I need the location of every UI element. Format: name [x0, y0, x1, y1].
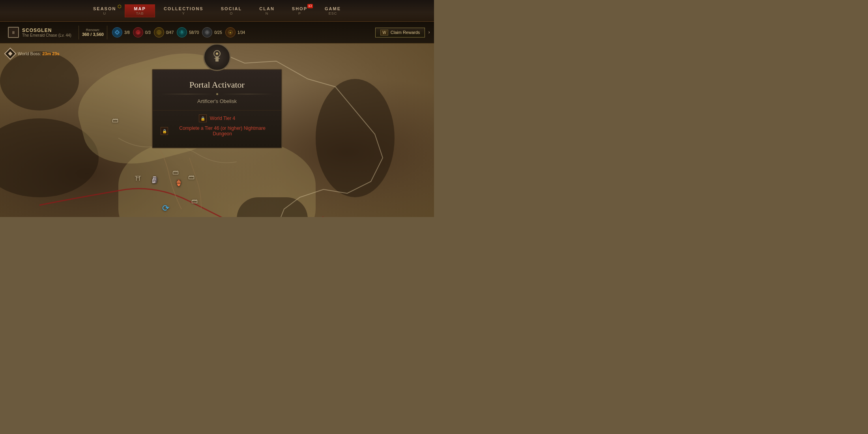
divider-dot [216, 93, 218, 95]
req-lock-icon-1: 🔒 [199, 114, 207, 122]
terrain-patch [237, 197, 308, 217]
events-value: 1/34 [238, 30, 245, 35]
top-navigation: SEASON U ⬡ MAP TAB COLLECTIONS Y SOCIAL … [0, 0, 434, 22]
terrain-patch [316, 79, 395, 197]
map-icon-shrine[interactable]: ⛩ [132, 173, 144, 185]
svg-point-11 [207, 32, 208, 33]
claim-key-label: W [380, 30, 388, 36]
popup-divider [161, 93, 273, 95]
quests-value: 0/47 [166, 30, 174, 35]
stat-cellars: 58/70 [177, 27, 199, 37]
req-text-2: Complete a Tier 46 (or higher) Nightmare… [171, 125, 273, 137]
svg-text:☠: ☠ [137, 31, 139, 35]
popup-icon [203, 43, 231, 71]
world-boss-timer: World Boss: 23m 23s [6, 49, 60, 58]
stat-dungeons: ☠ 0/3 [133, 27, 151, 37]
renown-label: Renown: [86, 28, 100, 32]
nav-divider-2 [107, 26, 107, 39]
bosses-icon [202, 27, 212, 37]
location-subtitle: The Emerald Chase (Lv. 44) [22, 33, 71, 37]
popup-icon-symbol [210, 49, 224, 66]
world-boss-text: World Boss: 23m 23s [18, 51, 60, 56]
divider-line-left [161, 94, 213, 94]
dungeons-value: 0/3 [145, 30, 151, 35]
req-text-1: World Tier 4 [210, 116, 235, 121]
svg-text:!: ! [158, 31, 159, 35]
nav-item-social[interactable]: SOCIAL O [212, 5, 251, 17]
map-icon-heart[interactable]: 🏺 [173, 177, 185, 189]
renown-value: 360 / 3,560 [82, 32, 104, 37]
popup-separator [153, 110, 281, 110]
req-lock-icon-2: 🔒 [161, 127, 168, 135]
popup-header [152, 43, 282, 71]
popup-title: Portal Activator [161, 80, 273, 90]
popup-subtitle: Artificer's Obelisk [161, 98, 273, 104]
shop-icon: 🏷 [307, 4, 313, 8]
svg-rect-15 [215, 57, 219, 62]
waypoints-value: 3/8 [124, 30, 130, 35]
svg-point-18 [216, 52, 218, 55]
bosses-value: 0/25 [214, 30, 222, 35]
stat-quests: ! 0/47 [154, 27, 174, 37]
location-info: SCOSGLEN The Emerald Chase (Lv. 44) [22, 28, 71, 37]
cellars-icon [177, 27, 187, 37]
nav-item-season[interactable]: SEASON U ⬡ [84, 5, 125, 17]
nav-item-game[interactable]: GAME ESC [316, 5, 350, 17]
season-icon: ⬡ [118, 4, 122, 9]
claim-rewards-button[interactable]: W Claim Rewards [375, 28, 425, 37]
map-icon-chest-4[interactable]: 🗃 [189, 195, 200, 207]
map-icon-chest-3[interactable]: 🗃 [185, 171, 197, 183]
nav-item-clan[interactable]: CLAN N [251, 5, 283, 17]
stat-bosses: 0/25 [202, 27, 222, 37]
stat-events: ✦ 1/34 [225, 27, 245, 37]
map-icon-chest[interactable]: 🗃 [109, 114, 121, 126]
nav-item-collections[interactable]: COLLECTIONS Y [155, 5, 212, 17]
world-boss-countdown: 23m 23s [42, 51, 59, 56]
popup-requirement-2: 🔒 Complete a Tier 46 (or higher) Nightma… [161, 125, 273, 137]
stat-waypoints: 3/8 [112, 27, 130, 37]
terrain-patch [0, 51, 79, 110]
map-icon-portal[interactable]: ⟳ [160, 202, 172, 214]
world-boss-icon [4, 47, 16, 60]
svg-text:✦: ✦ [229, 31, 232, 35]
sub-navigation: ⏸ SCOSGLEN The Emerald Chase (Lv. 44) Re… [0, 22, 434, 43]
events-icon: ✦ [225, 27, 236, 37]
map-nav-arrow[interactable]: › [428, 29, 430, 36]
world-boss-diamond [8, 51, 12, 56]
renown-section: Renown: 360 / 3,560 [82, 28, 104, 37]
map-icon-statue[interactable]: 🗿 [149, 174, 161, 185]
location-section: ⏸ SCOSGLEN The Emerald Chase (Lv. 44) [4, 27, 75, 38]
claim-rewards-label: Claim Rewards [391, 30, 420, 35]
popup-requirement-1: 🔒 World Tier 4 [161, 114, 273, 122]
sub-nav-right: W Claim Rewards › [375, 28, 430, 37]
cellars-value: 58/70 [189, 30, 199, 35]
divider-line-right [221, 94, 274, 94]
waypoints-icon [112, 27, 122, 37]
nav-divider [79, 26, 79, 39]
popup-body: Portal Activator Artificer's Obelisk 🔒 W… [152, 69, 282, 148]
nav-item-map[interactable]: MAP TAB [125, 4, 155, 17]
nav-item-shop[interactable]: SHOP P 🏷 [283, 5, 316, 17]
popup-card: Portal Activator Artificer's Obelisk 🔒 W… [152, 43, 282, 148]
pause-button[interactable]: ⏸ [8, 27, 19, 38]
quests-icon: ! [154, 27, 164, 37]
dungeons-icon: ☠ [133, 27, 143, 37]
location-name: SCOSGLEN [22, 28, 71, 33]
